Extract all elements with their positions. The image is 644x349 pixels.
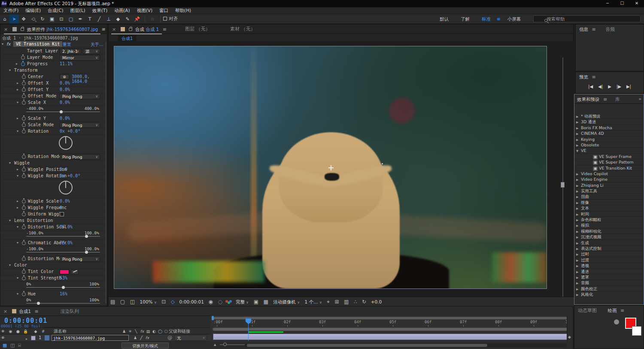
effect-property-row[interactable]: ▾Scale X0.0% <box>0 100 107 106</box>
menu-窗口[interactable]: 窗口 <box>156 7 172 14</box>
tab-motion-sketch[interactable]: 动态草图 <box>574 308 597 313</box>
stopwatch-icon[interactable] <box>22 206 26 210</box>
uniform-wiggle-checkbox[interactable] <box>60 212 64 216</box>
effect-property-row[interactable]: ▸Wiggle Scale0.0% <box>0 198 107 205</box>
label-column-icon[interactable]: ◆ <box>33 328 39 335</box>
effect-property-row[interactable]: ▾Hue16% <box>0 291 107 297</box>
target-layer-dropdown[interactable]: 2. jhk-1∨ <box>60 49 81 54</box>
property-value[interactable]: 0.0% <box>60 199 70 203</box>
stopwatch-icon[interactable] <box>22 88 26 92</box>
property-value[interactable]: 0x +0.0° <box>60 173 80 178</box>
layer-switches[interactable]: ♟╱fx <box>132 334 150 341</box>
stopwatch-icon[interactable] <box>22 257 26 261</box>
preset-item[interactable]: ▶Obsolete <box>575 142 642 148</box>
slider-handle[interactable] <box>60 110 63 113</box>
camera-tool-icon[interactable]: ▣ <box>47 15 57 24</box>
preset-item[interactable]: ▶沉浸式视频 <box>575 234 642 240</box>
lock-column-icon[interactable]: 🔒 <box>23 328 29 335</box>
stopwatch-icon[interactable] <box>22 276 26 280</box>
lock-icon[interactable] <box>129 28 132 31</box>
twirl-icon[interactable]: ▾ <box>17 129 18 133</box>
preset-item[interactable]: ▶3D 通道 <box>575 119 642 124</box>
effect-property-row[interactable]: Target Layer2. jhk-1∨源∨ <box>0 48 107 55</box>
preset-item[interactable]: ▶过时 <box>575 251 642 257</box>
layer-color-swatch[interactable] <box>31 336 36 340</box>
home-tool-icon[interactable]: ⌂ <box>0 15 9 24</box>
preset-item[interactable]: ▦VE Super Frame <box>575 154 642 159</box>
preset-item[interactable]: ▦VE Super Pattern <box>575 159 642 165</box>
property-value[interactable]: 0.0 <box>60 167 67 172</box>
lock-icon[interactable] <box>21 28 24 31</box>
preset-item[interactable]: ▶Keying <box>575 137 642 142</box>
property-value[interactable]: 75.0% <box>60 240 73 245</box>
hand-tool-icon[interactable]: ✥ <box>19 15 28 24</box>
background-color-swatch[interactable] <box>632 326 641 336</box>
tab-layer[interactable]: 图层 （无） <box>185 24 210 34</box>
slider-track[interactable] <box>26 112 100 112</box>
workspace-小屏幕[interactable]: 小屏幕 <box>501 14 527 24</box>
panel-overflow-icon[interactable]: » <box>102 24 105 34</box>
menu-效果[interactable]: 效果(T) <box>89 7 111 14</box>
play-button[interactable]: ▶ <box>605 84 614 89</box>
stopwatch-icon[interactable] <box>22 101 26 105</box>
twirl-icon[interactable]: ▶ <box>576 292 578 297</box>
preset-item[interactable]: ▶扭曲 <box>575 194 642 199</box>
timeline-navigator-bar[interactable] <box>213 317 569 319</box>
stopwatch-icon[interactable] <box>22 200 26 203</box>
twirl-icon[interactable]: ▸ <box>17 88 18 91</box>
preset-item[interactable]: ▶抠像 <box>575 200 642 205</box>
property-value[interactable]: 11.1% <box>60 61 73 66</box>
panel-close-icon[interactable]: × <box>0 309 9 314</box>
tab-info[interactable]: 信息 <box>576 27 588 32</box>
property-dropdown[interactable]: Ping Pong∨ <box>60 94 100 99</box>
panel-menu-icon[interactable]: ≡ <box>590 74 598 80</box>
layer-row[interactable]: 👁 ▸ 1 jhk-1597634660807.jpg ♟╱fx @ 无∨ <box>0 334 210 342</box>
preset-item[interactable]: ▶颜色校正 <box>575 286 642 291</box>
stopwatch-icon[interactable] <box>22 225 26 229</box>
slider-handle[interactable] <box>85 251 88 254</box>
effect-property-row[interactable]: Rotation ModePing Pong∨ <box>0 154 107 160</box>
twirl-icon[interactable]: ▾ <box>17 100 18 104</box>
preset-item[interactable]: ▶模糊和锐化 <box>575 228 642 234</box>
effect-property-row[interactable]: ▸Progress11.1% <box>0 61 107 67</box>
tab-footage[interactable]: 素材 （无） <box>230 24 255 34</box>
timeline-button-icon[interactable]: ▥ <box>342 297 350 307</box>
tab-render-queue[interactable]: 渲染队列 <box>42 309 79 314</box>
next-frame-button[interactable]: |▶ <box>614 84 624 89</box>
fast-previews-icon[interactable]: ⊞ <box>333 297 341 307</box>
twirl-icon[interactable]: ▾ <box>9 68 11 72</box>
effect-property-row[interactable]: ▾Wiggle <box>0 160 107 167</box>
preset-item[interactable]: ▦VE Transition Kit <box>575 165 642 171</box>
twirl-icon[interactable]: ▸ <box>17 81 18 85</box>
puppet-pin-tool-icon[interactable]: 📌 <box>132 15 142 24</box>
twirl-icon[interactable]: ▾ <box>9 219 11 222</box>
stopwatch-icon[interactable] <box>22 292 26 296</box>
index-column-icon[interactable]: # <box>40 328 46 335</box>
preset-item[interactable]: ▶杂色和颗粒 <box>575 217 642 222</box>
menu-图层[interactable]: 图层(L) <box>67 7 89 14</box>
twirl-icon[interactable]: ▾ <box>17 174 18 178</box>
menu-编辑[interactable]: 编辑(E) <box>22 7 44 14</box>
property-value[interactable]: 16% <box>60 291 67 296</box>
source-dropdown[interactable]: 源∨ <box>83 49 100 54</box>
preset-item[interactable]: ▶遮罩 <box>575 274 642 280</box>
twirl-icon[interactable]: ▾ <box>17 225 18 229</box>
property-dropdown[interactable]: Ping Pong∨ <box>60 122 100 128</box>
stopwatch-icon[interactable] <box>22 212 26 216</box>
eraser-tool-icon[interactable]: ◆ <box>113 15 123 24</box>
expand-transfer-controls-icon[interactable]: ◫ <box>10 343 15 348</box>
preset-item[interactable]: ▶Video Engine <box>575 176 642 182</box>
preset-item[interactable]: ▶风格化 <box>575 291 642 297</box>
channel-icon[interactable] <box>225 300 232 305</box>
twirl-icon[interactable]: ▾ <box>17 292 18 296</box>
effect-property-row[interactable]: ▾Transform <box>0 67 107 74</box>
align-checkbox[interactable] <box>163 17 167 21</box>
preset-item[interactable]: ▼VE <box>575 148 642 153</box>
effect-reset-button[interactable]: 重置 <box>63 42 71 48</box>
solo-column-icon[interactable]: ● <box>15 328 21 335</box>
effect-property-row[interactable]: ▸Offset Y0.0% <box>0 87 107 93</box>
property-value[interactable]: 0x +0.0° <box>60 129 80 134</box>
effect-property-row[interactable]: ▾Tint Strength53% <box>0 275 107 282</box>
stopwatch-icon[interactable] <box>22 168 26 172</box>
property-value[interactable]: 0.0% <box>60 116 70 121</box>
